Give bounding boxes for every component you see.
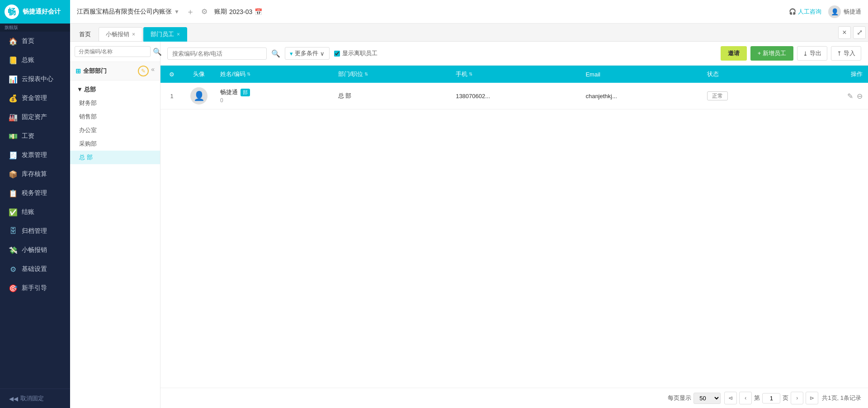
right-panel: 🔍 ▾ 更多条件 ∨ 显示离职员工 邀请 + 新增员工 ⤓ 导出 — [160, 42, 868, 408]
tab-xiaochang-close-icon[interactable]: × — [132, 31, 135, 38]
add-account-button[interactable]: ＋ — [186, 6, 194, 17]
app-logo: 畅 畅捷通好会计 — [0, 0, 70, 24]
th-avatar: 头像 — [183, 66, 215, 83]
dept-collapse-icon[interactable]: « — [151, 66, 155, 76]
next-page-button[interactable]: › — [791, 392, 803, 404]
export-label: 导出 — [810, 49, 821, 57]
first-page-button[interactable]: ⊲ — [724, 392, 737, 404]
tab-dept-employee-close-icon[interactable]: × — [177, 31, 180, 38]
sidebar-item-tax[interactable]: 📋 税务管理 — [0, 184, 70, 203]
sidebar-item-newbie-guide[interactable]: 🎯 新手引导 — [0, 279, 70, 298]
dept-node-office[interactable]: 办公室 — [70, 123, 160, 137]
edit-employee-icon[interactable]: ✎ — [847, 92, 853, 100]
sidebar-item-funds[interactable]: 💰 资金管理 — [0, 89, 70, 108]
show-resigned-input[interactable] — [334, 51, 340, 57]
employee-dept: 总 部 — [338, 92, 352, 99]
more-filter-button[interactable]: ▾ 更多条件 ∨ — [285, 47, 330, 60]
row-avatar-cell: 👤 — [183, 83, 215, 109]
sidebar-item-salary[interactable]: 💵 工资 — [0, 127, 70, 146]
sidebar-label-archive: 归档管理 — [22, 227, 47, 235]
period-selector[interactable]: 账期 2023-03 📅 — [214, 8, 262, 16]
dept-all-header: ⊞ 全部部门 ✎ « — [70, 62, 160, 81]
sidebar-item-inventory[interactable]: 📦 库存核算 — [0, 165, 70, 184]
show-resigned-checkbox[interactable]: 显示离职员工 — [334, 49, 377, 57]
sidebar-item-reports[interactable]: 📊 云报表中心 — [0, 70, 70, 89]
employee-search-icon[interactable]: 🔍 — [271, 49, 280, 58]
page-number-input[interactable] — [762, 393, 780, 403]
dept-node-sales[interactable]: 销售部 — [70, 110, 160, 123]
dept-search-input[interactable] — [75, 46, 151, 57]
toolbar-right: 邀请 + 新增员工 ⤓ 导出 ⤒ 导入 — [721, 46, 861, 61]
basic-settings-icon: ⚙ — [9, 265, 17, 273]
employee-search-input[interactable] — [167, 47, 267, 60]
name-badge-wrapper: 畅捷通 部 — [220, 88, 327, 96]
row-phone-cell: 138070602... — [450, 83, 580, 109]
dept-node-general-bottom[interactable]: 总 部 — [70, 151, 160, 164]
employee-code: 0 — [220, 97, 327, 104]
company-name: 江西服宝精品有限责任公司内账张 — [77, 8, 172, 16]
show-resigned-label: 显示离职员工 — [342, 49, 377, 57]
th-dept-position[interactable]: 部门/职位 ⇅ — [333, 66, 451, 83]
prev-page-button[interactable]: ‹ — [739, 392, 752, 404]
user-menu[interactable]: 👤 畅捷通 — [828, 5, 861, 18]
main-area: 江西服宝精品有限责任公司内账张 ▼ ＋ ⚙ 账期 2023-03 📅 🎧 人工咨… — [70, 0, 868, 408]
sidebar-item-fixed-assets[interactable]: 🏭 固定资产 — [0, 108, 70, 127]
th-settings[interactable]: ⚙ — [160, 66, 183, 83]
export-button[interactable]: ⤓ 导出 — [797, 46, 827, 61]
sidebar-item-checkout[interactable]: ✅ 结账 — [0, 203, 70, 222]
tab-xiaochang[interactable]: 小畅报销 × — [99, 27, 142, 42]
user-avatar: 👤 — [828, 5, 841, 18]
archive-icon: 🗄 — [9, 227, 17, 235]
th-name-code[interactable]: 姓名/编码 ⇅ — [215, 66, 333, 83]
row-num: 1 — [160, 83, 183, 109]
dept-node-general-parent[interactable]: ▼ 总部 — [70, 83, 160, 96]
tabbar: 首页 小畅报销 × 部门员工 × × ⤢ — [70, 24, 868, 42]
sort-dept-position[interactable]: 部门/职位 ⇅ — [338, 70, 368, 78]
sidebar-label-xiaochang: 小畅报销 — [22, 246, 47, 254]
sidebar-item-basic-settings[interactable]: ⚙ 基础设置 — [0, 260, 70, 279]
th-status: 状态 — [702, 66, 793, 83]
sidebar-item-home[interactable]: 🏠 首页 — [0, 32, 70, 51]
sidebar-label-invoice: 发票管理 — [22, 151, 47, 159]
dept-tree: ▼ 总部 财务部 销售部 办公室 采购部 总 部 — [70, 81, 160, 408]
th-phone[interactable]: 手机 ⇅ — [450, 66, 580, 83]
sidebar-item-xiaochang[interactable]: 💸 小畅报销 — [0, 241, 70, 260]
sidebar-item-archive[interactable]: 🗄 归档管理 — [0, 222, 70, 241]
sidebar-nav: 🏠 首页 📒 总账 📊 云报表中心 💰 资金管理 🏭 固定资产 💵 工资 🧾 发… — [0, 32, 70, 389]
tab-xiaochang-label: 小畅报销 — [106, 30, 129, 38]
dept-edit-icon[interactable]: ✎ — [138, 66, 149, 76]
dept-node-purchase[interactable]: 采购部 — [70, 137, 160, 151]
import-button[interactable]: ⤒ 导入 — [831, 46, 861, 61]
cancel-fixed-button[interactable]: ◀◀ 取消固定 — [0, 389, 70, 408]
employee-name: 畅捷通 — [220, 88, 238, 96]
filter-icon: ▾ — [290, 50, 293, 57]
expand-tab-button[interactable]: ⤢ — [853, 26, 866, 39]
dept-office-label: 办公室 — [79, 127, 97, 133]
headset-icon: 🎧 — [789, 8, 796, 15]
sidebar-item-invoice[interactable]: 🧾 发票管理 — [0, 146, 70, 165]
support-button[interactable]: 🎧 人工咨询 — [789, 8, 821, 16]
tab-home[interactable]: 首页 — [72, 27, 98, 42]
sidebar-item-ledger[interactable]: 📒 总账 — [0, 51, 70, 70]
dept-header-actions: ✎ « — [138, 66, 155, 76]
settings-icon[interactable]: ⚙ — [201, 7, 208, 16]
per-page-select[interactable]: 50 10 20 100 — [693, 393, 721, 404]
close-tab-button[interactable]: × — [838, 26, 851, 39]
ledger-icon: 📒 — [9, 56, 17, 64]
company-selector[interactable]: 江西服宝精品有限责任公司内账张 ▼ — [77, 8, 179, 16]
sort-name-code[interactable]: 姓名/编码 ⇅ — [220, 70, 250, 78]
invite-button[interactable]: 邀请 — [721, 46, 747, 61]
add-employee-button[interactable]: + 新增员工 — [750, 46, 793, 61]
logout-employee-icon[interactable]: ⊖ — [857, 92, 863, 100]
row-actions-cell: ✎ ⊖ — [793, 83, 868, 109]
sort-dept-icon: ⇅ — [364, 72, 368, 76]
period-label: 账期 — [214, 8, 227, 16]
tab-dept-employee[interactable]: 部门员工 × — [143, 27, 187, 42]
dept-node-finance[interactable]: 财务部 — [70, 96, 160, 110]
sidebar: 畅 畅捷通好会计 旗舰版 🏠 首页 📒 总账 📊 云报表中心 💰 资金管理 🏭 … — [0, 0, 70, 408]
content-area: 🔍 ⊞ 全部部门 ✎ « ▼ 总部 财务部 — [70, 42, 868, 408]
last-page-button[interactable]: ⊳ — [806, 392, 818, 404]
all-dept-label[interactable]: ⊞ 全部部门 — [75, 67, 107, 75]
sort-phone[interactable]: 手机 ⇅ — [456, 70, 472, 78]
tab-dept-employee-label: 部门员工 — [151, 30, 174, 38]
